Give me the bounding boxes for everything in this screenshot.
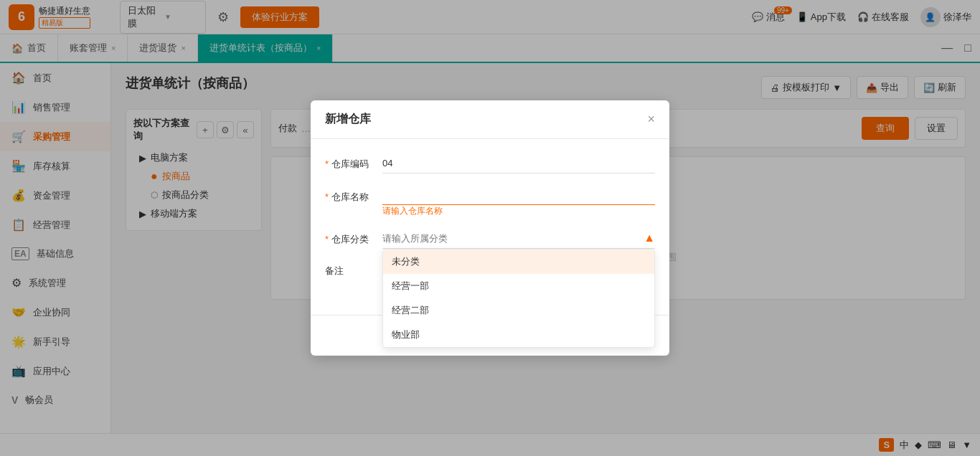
category-option-property[interactable]: 物业部 (383, 323, 654, 347)
warehouse-name-field: 仓库名称 请输入仓库名称 (325, 185, 655, 217)
dialog-body: 仓库编码 仓库名称 请输入仓库名称 仓库分类 ▲ 未分类 经营一部 (311, 139, 669, 315)
new-warehouse-dialog: 新增仓库 × 仓库编码 仓库名称 请输入仓库名称 仓库分类 ▲ (311, 100, 669, 356)
warehouse-category-label: 仓库分类 (325, 229, 382, 246)
warehouse-code-input[interactable] (382, 153, 655, 174)
warehouse-name-error-container: 请输入仓库名称 (382, 205, 655, 217)
warehouse-notes-label: 备注 (325, 260, 382, 277)
warehouse-name-input[interactable] (382, 185, 655, 205)
category-dropdown: 未分类 经营一部 经营二部 物业部 (382, 249, 655, 348)
category-selector: ▲ 未分类 经营一部 经营二部 物业部 (382, 229, 655, 249)
category-input[interactable] (382, 229, 655, 249)
warehouse-name-row: 仓库名称 (325, 185, 655, 205)
dialog-close-button[interactable]: × (647, 112, 655, 127)
dialog-header: 新增仓库 × (311, 100, 669, 139)
category-option-dept2[interactable]: 经营二部 (383, 298, 654, 323)
category-toggle-button[interactable]: ▲ (644, 232, 655, 244)
warehouse-category-field: 仓库分类 ▲ 未分类 经营一部 经营二部 物业部 (325, 229, 655, 249)
warehouse-code-label: 仓库编码 (325, 153, 382, 171)
warehouse-name-error: 请输入仓库名称 (382, 206, 443, 216)
dialog-title: 新增仓库 (325, 112, 371, 127)
category-option-uncategorized[interactable]: 未分类 (383, 250, 654, 274)
warehouse-name-label: 仓库名称 (325, 186, 382, 204)
category-option-dept1[interactable]: 经营一部 (383, 274, 654, 298)
warehouse-code-field: 仓库编码 (325, 153, 655, 174)
